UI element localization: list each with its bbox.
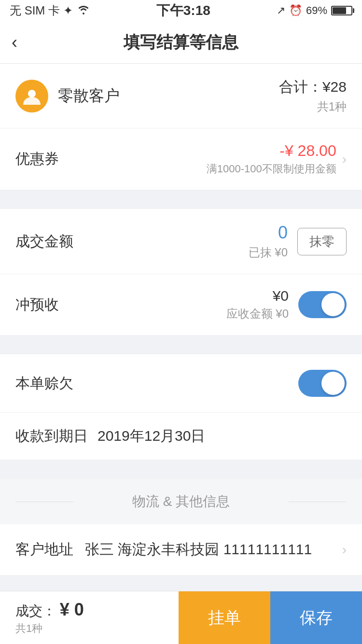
content-area: 零散客户 合计：¥28 共1种 优惠券 -¥ 28.00 满1000-100不限…: [0, 64, 362, 643]
customer-row: 零散客户 合计：¥28 共1种: [0, 64, 362, 128]
location-icon: ↗: [277, 4, 285, 17]
credit-toggle[interactable]: [298, 370, 347, 397]
credit-row: 本单赊欠: [0, 354, 362, 412]
advance-main: ¥0: [226, 288, 289, 304]
address-label: 客户地址: [15, 540, 73, 560]
status-right: ↗ ⏰ 69%: [277, 4, 352, 17]
coupon-label: 优惠券: [15, 149, 59, 169]
advance-row: 冲预收 ¥0 应收金额 ¥0: [0, 274, 362, 335]
advance-label: 冲预收: [15, 295, 59, 315]
battery-percent: 69%: [306, 4, 327, 17]
advance-sub: 应收金额 ¥0: [226, 306, 289, 322]
battery-icon: [331, 6, 352, 15]
separator-1: [0, 199, 362, 209]
address-value: 张三 海淀永丰科技园 11111111111: [85, 540, 342, 560]
bottom-bar: 成交： ¥ 0 共1种 挂单 保存: [0, 591, 362, 644]
svg-point-0: [28, 90, 36, 98]
round-zero-button[interactable]: 抹零: [297, 228, 347, 255]
back-button[interactable]: ‹: [12, 32, 17, 53]
page-title: 填写结算等信息: [124, 31, 238, 54]
transaction-right: 0 已抹 ¥0 抹零: [249, 223, 347, 260]
transaction-row: 成交金额 0 已抹 ¥0 抹零: [0, 209, 362, 274]
chevron-right-icon: ›: [342, 152, 347, 167]
address-chevron-icon: ›: [342, 542, 347, 558]
bottom-summary-label: 成交：: [15, 603, 56, 618]
due-date-label: 收款到期日: [15, 426, 88, 446]
alarm-icon: ⏰: [289, 4, 302, 17]
coupon-info: -¥ 28.00 满1000-100不限制使用金额: [207, 142, 336, 176]
coupon-right: -¥ 28.00 满1000-100不限制使用金额 ›: [207, 142, 347, 176]
advance-amounts: ¥0 应收金额 ¥0: [226, 288, 289, 322]
coupon-discount: -¥ 28.00: [207, 142, 336, 160]
nav-bar: ‹ 填写结算等信息: [0, 21, 362, 64]
transaction-section: 成交金额 0 已抹 ¥0 抹零 冲预收 ¥0 应收金额 ¥0: [0, 209, 362, 335]
transaction-sub: 已抹 ¥0: [249, 245, 288, 260]
customer-total-info: 合计：¥28 共1种: [279, 77, 347, 114]
logistics-section: 物流 & 其他信息 客户地址 张三 海淀永丰科技园 11111111111 ›: [0, 479, 362, 575]
bottom-summary-amount: ¥ 0: [60, 600, 84, 619]
customer-section: 零散客户 合计：¥28 共1种 优惠券 -¥ 28.00 满1000-100不限…: [0, 64, 362, 190]
logistics-label: 物流 & 其他信息: [132, 492, 230, 511]
credit-label: 本单赊欠: [15, 374, 73, 393]
coupon-row[interactable]: 优惠券 -¥ 28.00 满1000-100不限制使用金额 ›: [0, 128, 362, 190]
status-bar: 无 SIM 卡 ✦ 下午3:18 ↗ ⏰ 69%: [0, 0, 362, 21]
status-time: 下午3:18: [156, 1, 210, 20]
transaction-label: 成交金额: [15, 232, 73, 252]
coupon-desc: 满1000-100不限制使用金额: [207, 162, 336, 176]
customer-avatar: [15, 80, 48, 112]
status-left: 无 SIM 卡 ✦: [10, 3, 90, 18]
bottom-summary-count: 共1种: [15, 621, 163, 636]
bottom-summary: 成交： ¥ 0 共1种: [0, 600, 179, 636]
hang-button[interactable]: 挂单: [179, 591, 270, 644]
transaction-right-col: 0 已抹 ¥0: [249, 223, 288, 260]
advance-toggle[interactable]: [298, 291, 347, 318]
separator-2: [0, 345, 362, 354]
sim-status: 无 SIM 卡 ✦: [10, 3, 73, 18]
wifi-icon: [77, 4, 90, 17]
customer-total: 合计：¥28: [279, 77, 347, 97]
customer-name: 零散客户: [58, 85, 120, 107]
separator-3: [0, 469, 362, 479]
credit-section: 本单赊欠 收款到期日 2019年12月30日: [0, 354, 362, 460]
address-row[interactable]: 客户地址 张三 海淀永丰科技园 11111111111 ›: [0, 524, 362, 575]
due-date-row: 收款到期日 2019年12月30日: [0, 412, 362, 460]
transaction-value[interactable]: 0: [249, 223, 288, 243]
save-button[interactable]: 保存: [270, 591, 362, 644]
due-date-value: 2019年12月30日: [97, 426, 205, 446]
customer-count: 共1种: [279, 99, 347, 114]
customer-left: 零散客户: [15, 80, 120, 112]
bottom-summary-line1: 成交： ¥ 0: [15, 600, 163, 620]
logistics-header: 物流 & 其他信息: [0, 479, 362, 524]
